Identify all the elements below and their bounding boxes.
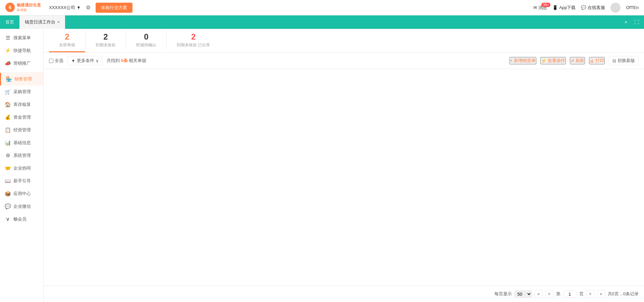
sidebar-item-purchase-mgmt[interactable]: 🛒 采购管理 xyxy=(0,85,43,98)
current-page-input[interactable] xyxy=(563,291,577,298)
per-page-label: 每页显示 xyxy=(494,291,512,297)
logo-subtitle: 标准版 xyxy=(17,8,41,12)
app-download-button[interactable]: 📱 App下载 xyxy=(552,5,576,11)
tab-workbench-label: 钱货日清工作台 xyxy=(25,19,55,25)
logo-icon: 6 xyxy=(5,3,15,12)
settings-button[interactable]: ⚙ xyxy=(84,3,93,12)
switch-icon: ⊟ xyxy=(612,58,616,63)
batch-label: 批量操作 xyxy=(548,58,565,64)
tab-workbench-close[interactable]: × xyxy=(57,20,60,24)
sidebar-item-member[interactable]: V 畅会员 xyxy=(0,213,43,226)
print-button[interactable]: 🖨 打印 xyxy=(589,57,605,64)
inventory-icon: 🏠 xyxy=(5,102,11,108)
stats-tab-all-num: 2 xyxy=(65,32,69,42)
app-download-label: App下载 xyxy=(559,5,576,11)
tab-home-label: 首页 xyxy=(5,19,14,25)
sidebar-item-enterprise-wechat-label: 企业微信 xyxy=(13,203,31,209)
enterprise-collab-icon: 🤝 xyxy=(5,165,11,171)
sidebar-item-basic-info[interactable]: 📊 基础信息 xyxy=(0,136,43,149)
select-all-label: 全选 xyxy=(55,58,63,64)
stats-tab-all[interactable]: 2 全部单据 xyxy=(49,29,85,52)
company-dropdown-icon: ▼ xyxy=(76,5,81,10)
sidebar-item-app-center[interactable]: 📦 应用中心 xyxy=(0,187,43,200)
stats-tab-all-label: 全部单据 xyxy=(59,42,75,48)
sidebar-item-enterprise-collab[interactable]: 🤝 企业协同 xyxy=(0,162,43,175)
stats-tab-overdue-unshipped[interactable]: 2 到期未收款 已出库 xyxy=(167,29,220,52)
stats-tab-wangwang[interactable]: 0 旺辅待确认 xyxy=(126,29,166,52)
main-layout: ☰ 搜索菜单 ⚡ 快捷导航 📣 营销推广 🏪 销售管理 🛒 采购管理 🏠 库存核… xyxy=(0,29,644,302)
select-all-checkbox[interactable]: 全选 xyxy=(49,58,63,64)
header-right: ✉ 消息 99+ 📱 App下载 💬 在线客服 OfTEn xyxy=(533,3,639,13)
app-download-icon: 📱 xyxy=(552,5,558,10)
tab-bar: 首页 钱货日清工作台 × × ⛶ xyxy=(0,15,644,29)
content-area: 2 全部单据 2 到期未收款 0 旺辅待确认 2 到期未收款 已出库 xyxy=(44,29,644,302)
refresh-button[interactable]: ↺ 刷新 xyxy=(570,57,585,64)
batch-button[interactable]: ⚡ 批量操作 xyxy=(540,57,566,64)
tab-fullscreen-button[interactable]: ⛶ xyxy=(632,17,641,27)
sidebar-item-inventory[interactable]: 🏠 库存核算 xyxy=(0,98,43,111)
stats-tab-overdue-unshipped-label: 到期未收款 已出库 xyxy=(177,42,210,48)
sidebar-item-operations-label: 经营管理 xyxy=(13,127,31,133)
message-badge: 99+ xyxy=(541,3,550,7)
logo-area: 6 畅捷通好生意 标准版 xyxy=(5,3,41,12)
prev-page-button[interactable]: < xyxy=(545,290,553,298)
sidebar-item-enterprise-wechat[interactable]: 💬 企业微信 xyxy=(0,200,43,213)
trial-button[interactable]: 体验行业方案 xyxy=(96,3,132,13)
message-button[interactable]: ✉ 消息 99+ xyxy=(533,5,547,11)
select-all-input[interactable] xyxy=(49,59,53,63)
user-name[interactable]: OfTEn xyxy=(626,5,639,10)
related-text: 相关单据 xyxy=(129,58,146,63)
next-page-button[interactable]: > xyxy=(586,290,594,298)
filter-dropdown-icon: ∨ xyxy=(96,58,99,63)
sidebar-item-operations[interactable]: 📋 经营管理 xyxy=(0,124,43,136)
user-avatar[interactable] xyxy=(610,3,621,13)
online-service-button[interactable]: 💬 在线客服 xyxy=(581,5,605,11)
quick-nav-icon: ⚡ xyxy=(5,48,11,54)
switch-version-button[interactable]: ⊟ 切换新版 xyxy=(609,56,639,65)
sidebar-item-beginner-guide-label: 新手引导 xyxy=(13,178,31,184)
found-count: 0条 xyxy=(121,58,128,63)
sidebar-item-beginner-guide[interactable]: 📖 新手引导 xyxy=(0,175,43,187)
page-suffix: 页 xyxy=(579,291,584,297)
sidebar-item-search-menu[interactable]: ☰ 搜索菜单 xyxy=(0,32,43,44)
add-button[interactable]: + 新增销货单 xyxy=(509,57,536,64)
sidebar-item-member-label: 畅会员 xyxy=(13,216,26,222)
tab-home[interactable]: 首页 xyxy=(0,15,19,29)
sidebar-item-system-mgmt-label: 系统管理 xyxy=(13,153,31,159)
sidebar-item-inventory-label: 库存核算 xyxy=(13,102,31,108)
sales-mgmt-icon: 🏪 xyxy=(6,76,12,82)
sidebar-item-sales-mgmt[interactable]: 🏪 销售管理 xyxy=(0,73,43,85)
table-area xyxy=(44,69,644,286)
sidebar-item-finance[interactable]: 💰 资金管理 xyxy=(0,111,43,124)
per-page-select[interactable]: 20 50 100 xyxy=(515,290,532,298)
stats-tab-wangwang-num: 0 xyxy=(144,32,148,42)
stats-tab-overdue[interactable]: 2 到期未收款 xyxy=(86,29,126,52)
page-prefix: 第 xyxy=(556,291,560,297)
filter-button[interactable]: ▼ 更多条件 ∨ xyxy=(67,56,103,65)
sidebar-item-quick-nav[interactable]: ⚡ 快捷导航 xyxy=(0,44,43,57)
switch-label: 切换新版 xyxy=(618,58,635,64)
sidebar-item-system-mgmt[interactable]: ⚙ 系统管理 xyxy=(0,149,43,162)
total-info: 共0页，0条记录 xyxy=(608,291,639,297)
company-selector[interactable]: XXXXXX公司 ▼ xyxy=(49,5,81,11)
sidebar: ☰ 搜索菜单 ⚡ 快捷导航 📣 营销推广 🏪 销售管理 🛒 采购管理 🏠 库存核… xyxy=(0,29,44,302)
batch-icon: ⚡ xyxy=(541,58,546,63)
stats-tabs: 2 全部单据 2 到期未收款 0 旺辅待确认 2 到期未收款 已出库 xyxy=(44,29,644,53)
marketing-icon: 📣 xyxy=(5,60,11,66)
logo-text-area: 畅捷通好生意 标准版 xyxy=(17,3,41,12)
toolbar: 全选 ▼ 更多条件 ∨ 共找到 0条 相关单据 + 新增销货单 ⚡ 批量操作 ↺ xyxy=(44,53,644,69)
last-page-button[interactable]: » xyxy=(597,290,605,298)
sidebar-item-app-center-label: 应用中心 xyxy=(13,191,31,197)
top-header: 6 畅捷通好生意 标准版 XXXXXX公司 ▼ ⚙ 体验行业方案 ✉ 消息 99… xyxy=(0,0,644,15)
operations-icon: 📋 xyxy=(5,127,11,133)
online-service-icon: 💬 xyxy=(581,5,586,10)
basic-info-icon: 📊 xyxy=(5,140,11,146)
tab-workbench[interactable]: 钱货日清工作台 × xyxy=(19,15,65,29)
system-mgmt-icon: ⚙ xyxy=(5,153,11,159)
sidebar-item-marketing[interactable]: 📣 营销推广 xyxy=(0,57,43,70)
first-page-button[interactable]: « xyxy=(535,290,543,298)
stats-tab-overdue-unshipped-num: 2 xyxy=(191,32,196,42)
search-menu-icon: ☰ xyxy=(5,35,11,41)
sidebar-item-enterprise-collab-label: 企业协同 xyxy=(13,165,31,171)
tab-close-button[interactable]: × xyxy=(621,17,631,27)
